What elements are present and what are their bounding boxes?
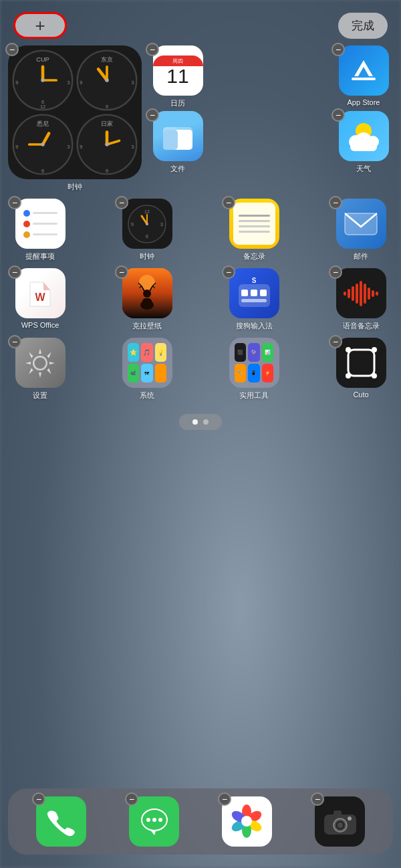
svg-rect-79 (376, 292, 378, 296)
wps-app[interactable]: − W WPS Office (11, 268, 70, 331)
clock-face-2: 东京 6 9 3 (76, 49, 138, 111)
svg-point-99 (241, 816, 252, 827)
apps-area: − CUP 12 9 3 6 (0, 45, 401, 401)
sogou-app[interactable]: − S 搜狗输入法 (225, 268, 283, 331)
reminders-icon (15, 199, 65, 249)
svg-rect-82 (348, 350, 374, 376)
sogou-minus[interactable]: − (222, 265, 235, 279)
svg-point-83 (346, 347, 351, 352)
app-row-3: − 提醒事项 (8, 199, 393, 261)
wps-minus[interactable]: − (8, 265, 21, 279)
system-app[interactable]: ⭐ 🎵 💡 📹 🗺 系统 (118, 338, 176, 401)
utils-label: 实用工具 (239, 391, 269, 401)
phone-icon (36, 796, 86, 847)
dock-camera-minus[interactable]: − (311, 792, 324, 806)
sogou-label: 搜狗输入法 (236, 321, 273, 331)
mail-app[interactable]: − 邮件 (331, 199, 390, 261)
kela-minus[interactable]: − (115, 265, 128, 279)
right-apps-row-2: − 文件 − (148, 111, 393, 174)
utils-app[interactable]: ⬛ 🔮 📊 🔧 📱 ⚡ 实用工具 (225, 338, 283, 401)
notes-label: 备忘录 (243, 251, 265, 261)
reminders-minus[interactable]: − (8, 196, 21, 209)
svg-point-84 (372, 347, 377, 352)
svg-point-55 (139, 275, 155, 291)
calendar-app[interactable]: − 周四 11 日历 (148, 45, 207, 108)
done-button[interactable]: 完成 (338, 13, 388, 39)
dock-photos-app[interactable]: − (222, 796, 272, 847)
svg-rect-74 (356, 284, 358, 304)
svg-text:9: 9 (131, 222, 134, 227)
dock-phone-app[interactable]: − (36, 796, 86, 847)
add-widget-button[interactable]: + (13, 12, 67, 39)
files-app[interactable]: − 文件 (148, 111, 207, 174)
dock-camera-app[interactable]: − (315, 796, 365, 847)
dock-photos-minus[interactable]: − (218, 792, 231, 806)
settings-minus[interactable]: − (8, 335, 21, 348)
reminders-label: 提醒事项 (25, 251, 55, 261)
svg-rect-72 (348, 289, 350, 298)
svg-point-91 (152, 818, 156, 822)
calendar-date: 11 (166, 66, 188, 86)
dock-messages-app[interactable]: − (129, 796, 179, 847)
svg-text:W: W (35, 292, 45, 303)
files-minus[interactable]: − (146, 108, 159, 122)
dock-messages-minus[interactable]: − (125, 792, 138, 806)
svg-rect-37 (163, 130, 178, 150)
svg-rect-75 (360, 281, 362, 306)
appstore-app[interactable]: − App Store (334, 45, 393, 108)
svg-rect-67 (251, 290, 257, 296)
svg-text:悉尼: 悉尼 (36, 120, 49, 127)
clock-minus[interactable]: − (115, 196, 128, 209)
notes-app[interactable]: − 备忘录 (225, 199, 283, 261)
calendar-minus[interactable]: − (146, 43, 159, 56)
cuto-app[interactable]: − Cuto (331, 338, 390, 401)
svg-text:S: S (251, 277, 256, 284)
kela-label: 克拉壁纸 (132, 321, 162, 331)
svg-rect-57 (142, 298, 152, 308)
svg-point-92 (158, 818, 162, 822)
kela-icon (122, 268, 172, 318)
kela-app[interactable]: − (118, 268, 176, 331)
voicememo-minus[interactable]: − (329, 265, 342, 279)
weather-app[interactable]: − 天气 (334, 111, 393, 174)
settings-icon (15, 338, 65, 388)
wps-label: WPS Office (21, 321, 59, 329)
app-row-5: − 设置 (8, 338, 393, 401)
voicememo-app[interactable]: − 语音备忘录 (331, 268, 390, 331)
svg-point-104 (338, 823, 343, 828)
files-label: 文件 (170, 164, 185, 174)
clock-single-app[interactable]: − 12 6 9 3 时钟 (118, 199, 176, 261)
svg-point-8 (41, 78, 45, 82)
photos-icon (222, 796, 272, 847)
top-bar: + 完成 (0, 0, 401, 45)
svg-rect-69 (241, 299, 267, 302)
system-folder-icon: ⭐ 🎵 💡 📹 🗺 (122, 338, 172, 388)
svg-text:9: 9 (15, 80, 18, 86)
svg-point-32 (105, 142, 109, 146)
weather-minus[interactable]: − (331, 108, 345, 122)
dock: − − − (8, 788, 393, 855)
svg-point-86 (372, 373, 377, 378)
svg-rect-101 (333, 810, 342, 817)
clock-widget[interactable]: CUP 12 9 3 6 (8, 45, 142, 179)
svg-text:6: 6 (106, 168, 108, 174)
svg-rect-68 (260, 290, 267, 296)
svg-rect-73 (352, 286, 354, 301)
clock-face-4: 日家 6 9 3 (76, 114, 138, 175)
svg-text:3: 3 (68, 144, 70, 150)
reminders-app[interactable]: − 提醒事项 (11, 199, 70, 261)
widget-minus-badge[interactable]: − (5, 43, 19, 56)
files-icon (153, 111, 203, 161)
page-dot-1 (192, 419, 198, 425)
appstore-minus[interactable]: − (331, 43, 345, 56)
dock-phone-minus[interactable]: − (32, 792, 45, 806)
calendar-label: 日历 (170, 98, 185, 108)
mail-minus[interactable]: − (329, 196, 342, 209)
notes-minus[interactable]: − (222, 196, 235, 209)
settings-app[interactable]: − 设置 (11, 338, 70, 401)
cuto-minus[interactable]: − (329, 335, 342, 348)
dots-pill (179, 414, 222, 430)
svg-text:9: 9 (15, 144, 18, 150)
svg-text:9: 9 (80, 80, 82, 86)
voicememo-label: 语音备忘录 (343, 321, 380, 331)
